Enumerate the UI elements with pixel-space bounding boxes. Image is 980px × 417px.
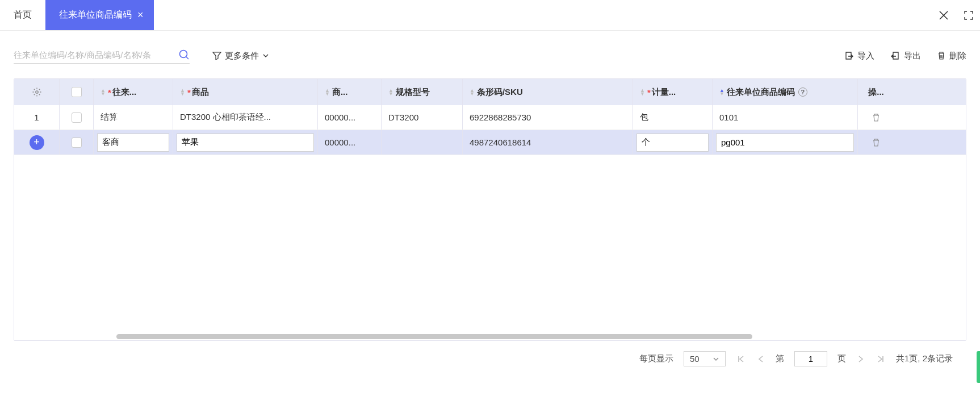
row-checkbox[interactable]	[60, 130, 94, 155]
header-checkbox[interactable]	[60, 79, 94, 105]
page-prefix: 第	[776, 353, 784, 364]
sort-icon: ▲▼	[640, 89, 645, 95]
header-uom-label: 计量...	[652, 87, 676, 98]
trash-icon	[872, 113, 881, 122]
required-star: *	[187, 87, 191, 97]
search-icon[interactable]	[178, 49, 190, 60]
tab-home-label: 首页	[14, 9, 32, 21]
export-icon	[890, 51, 901, 61]
delete-label: 删除	[949, 51, 966, 61]
checkbox-icon	[72, 137, 82, 148]
last-page-button[interactable]	[876, 355, 886, 363]
checkbox-icon	[72, 87, 82, 97]
cell-spec: DT3200	[382, 105, 463, 130]
content: 更多条件 导入 导出	[0, 31, 980, 377]
filter-icon	[212, 51, 221, 60]
sort-icon: ▲▼	[325, 89, 330, 95]
chevron-down-icon	[262, 52, 269, 59]
sort-icon: ▲▼	[470, 89, 475, 95]
export-label: 导出	[904, 51, 921, 61]
export-button[interactable]: 导出	[890, 51, 921, 61]
import-button[interactable]: 导入	[844, 51, 874, 61]
row-checkbox[interactable]	[60, 105, 94, 130]
delete-button[interactable]: 删除	[937, 51, 966, 61]
cell-barcode: 4987240618614	[463, 130, 633, 155]
cell-spec	[382, 130, 463, 155]
tab-bar-right	[937, 0, 975, 30]
per-page-label: 每页显示	[639, 353, 673, 364]
cell-unit[interactable]: 结算	[94, 105, 173, 130]
close-all-icon[interactable]	[937, 9, 950, 22]
toolbar-left: 更多条件	[14, 48, 269, 64]
required-star: *	[647, 87, 651, 97]
sort-icon: ▲▼	[388, 89, 393, 95]
cell-pcode: 00000...	[318, 130, 382, 155]
toolbar-right: 导入 导出 删除	[844, 51, 966, 61]
search-input[interactable]	[14, 48, 190, 62]
cell-upc[interactable]: 0101	[713, 105, 858, 130]
header-unit[interactable]: ▲▼ * 往来...	[94, 79, 173, 105]
tab-home[interactable]: 首页	[0, 0, 45, 30]
cell-unit[interactable]	[94, 130, 173, 155]
import-icon	[844, 51, 854, 61]
page-input[interactable]	[794, 351, 827, 366]
scrollbar-thumb[interactable]	[116, 334, 752, 339]
import-label: 导入	[857, 51, 874, 61]
tab-active-label: 往来单位商品编码	[59, 9, 132, 21]
more-filter-button[interactable]: 更多条件	[212, 51, 269, 61]
table-body: 1 结算 DT3200 心相印茶语经... 00000... DT3200 69…	[14, 105, 966, 332]
row-delete[interactable]	[858, 105, 894, 130]
fullscreen-icon[interactable]	[962, 9, 975, 22]
checkbox-icon	[72, 112, 82, 123]
table-header: ▲▼ * 往来... ▲▼ * 商品 ▲▼ 商... ▲▼ 规格型号 ▲▼ 条形…	[14, 79, 966, 105]
prev-page-button[interactable]	[756, 355, 765, 363]
plus-icon: +	[30, 135, 44, 150]
header-barcode-label: 条形码/SKU	[477, 87, 523, 98]
cell-product[interactable]: DT3200 心相印茶语经...	[173, 105, 318, 130]
upc-input[interactable]	[716, 134, 854, 152]
header-settings[interactable]	[14, 79, 60, 105]
header-uom[interactable]: ▲▼ * 计量...	[633, 79, 713, 105]
close-icon[interactable]: ×	[137, 9, 144, 21]
header-pcode[interactable]: ▲▼ 商...	[318, 79, 382, 105]
toolbar: 更多条件 导入 导出	[14, 48, 966, 64]
horizontal-scrollbar[interactable]	[14, 332, 966, 340]
first-page-button[interactable]	[736, 355, 746, 363]
sort-icon: ▲▼	[180, 89, 185, 95]
unit-input[interactable]	[97, 134, 169, 152]
svg-point-0	[180, 51, 187, 58]
cell-uom[interactable]	[633, 130, 713, 155]
trash-icon	[872, 138, 881, 147]
cell-upc[interactable]	[713, 130, 858, 155]
tab-active[interactable]: 往来单位商品编码 ×	[45, 0, 154, 30]
chevron-down-icon	[713, 356, 719, 362]
table-row: + 00000... 4987240618614	[14, 130, 966, 155]
header-spec[interactable]: ▲▼ 规格型号	[382, 79, 463, 105]
sort-icon: ▲▼	[719, 89, 724, 95]
page-size-value: 50	[690, 354, 700, 364]
more-filter-label: 更多条件	[225, 51, 259, 61]
cell-product[interactable]	[173, 130, 318, 155]
table-row: 1 结算 DT3200 心相印茶语经... 00000... DT3200 69…	[14, 105, 966, 130]
required-star: *	[108, 87, 111, 97]
header-unit-label: 往来...	[112, 87, 137, 98]
trash-icon	[937, 51, 946, 60]
header-product[interactable]: ▲▼ * 商品	[173, 79, 318, 105]
product-input[interactable]	[177, 134, 314, 152]
next-page-button[interactable]	[856, 355, 865, 363]
tab-bar: 首页 往来单位商品编码 ×	[0, 0, 980, 31]
header-upc[interactable]: ▲▼ 往来单位商品编码 ?	[713, 79, 858, 105]
uom-input[interactable]	[636, 134, 709, 152]
header-barcode[interactable]: ▲▼ 条形码/SKU	[463, 79, 633, 105]
add-row-button[interactable]: +	[14, 130, 60, 155]
row-index: 1	[14, 105, 60, 130]
header-op: 操...	[858, 79, 894, 105]
row-delete[interactable]	[858, 130, 894, 155]
pagination: 每页显示 50 第 页 共1页, 2条记录	[14, 341, 966, 377]
sort-icon: ▲▼	[100, 89, 106, 95]
help-icon[interactable]: ?	[798, 87, 807, 97]
cell-uom[interactable]: 包	[633, 105, 713, 130]
search-box	[14, 48, 190, 64]
page-size-select[interactable]: 50	[684, 351, 726, 366]
gear-icon	[32, 87, 42, 97]
